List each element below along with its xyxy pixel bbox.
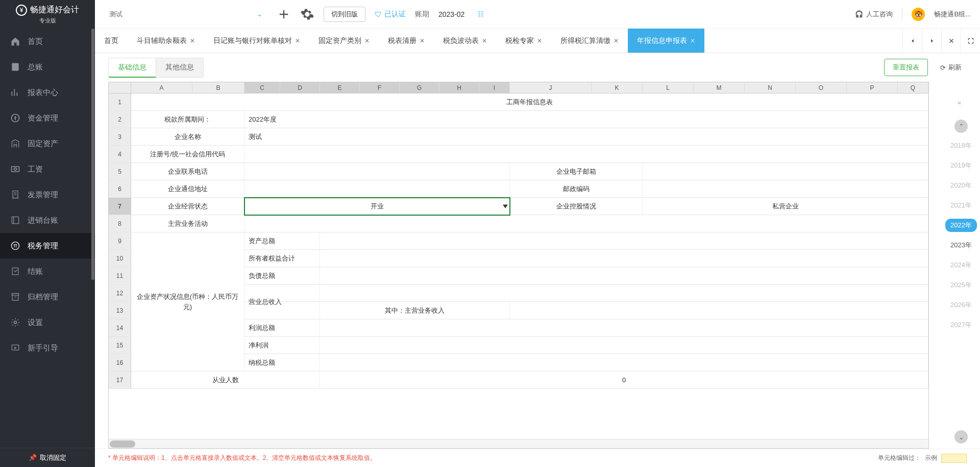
close-icon[interactable]: ✕ bbox=[614, 37, 619, 44]
close-icon[interactable]: ✕ bbox=[690, 37, 695, 44]
col-header-D[interactable]: D bbox=[280, 82, 320, 93]
year-2018年[interactable]: 2018年 bbox=[945, 139, 977, 152]
status-value[interactable]: 开业 bbox=[244, 198, 510, 215]
close-icon[interactable]: ✕ bbox=[295, 37, 300, 44]
avatar[interactable]: 🐯 bbox=[912, 8, 925, 21]
tab-6[interactable]: 税检专家✕ bbox=[496, 29, 551, 53]
year-scroll-down[interactable]: ⌄ bbox=[954, 430, 968, 443]
row-header-7[interactable]: 7 bbox=[109, 198, 131, 215]
horizontal-scrollbar[interactable] bbox=[109, 439, 928, 448]
sidebar-item-5[interactable]: 工资 bbox=[0, 156, 95, 182]
close-icon[interactable]: ✕ bbox=[420, 37, 425, 44]
add-button[interactable] bbox=[277, 7, 291, 21]
value-cell[interactable] bbox=[320, 285, 928, 301]
row-header-2[interactable]: 2 bbox=[109, 111, 131, 128]
settings-icon[interactable] bbox=[300, 7, 314, 21]
year-2025年[interactable]: 2025年 bbox=[945, 278, 977, 292]
row-header-14[interactable]: 14 bbox=[109, 319, 131, 336]
tab-7[interactable]: 所得税汇算清缴✕ bbox=[551, 29, 628, 53]
value-cell[interactable] bbox=[320, 267, 928, 284]
sidebar-item-6[interactable]: 发票管理 bbox=[0, 182, 95, 207]
subtab-0[interactable]: 基础信息 bbox=[108, 58, 156, 78]
row-header-1[interactable]: 1 bbox=[109, 94, 131, 110]
reg-no-value[interactable] bbox=[244, 146, 928, 162]
old-version-button[interactable]: 切到旧版 bbox=[324, 7, 365, 22]
row-header-8[interactable]: 8 bbox=[109, 215, 131, 232]
value-cell[interactable] bbox=[320, 354, 928, 371]
col-header-E[interactable]: E bbox=[320, 82, 360, 93]
sidebar-item-11[interactable]: 设置 bbox=[0, 310, 95, 335]
tab-4[interactable]: 税表清册✕ bbox=[379, 29, 434, 53]
address-value[interactable] bbox=[244, 180, 510, 197]
value-cell[interactable] bbox=[320, 337, 928, 354]
tab-2[interactable]: 日记账与银行对账单核对✕ bbox=[204, 29, 309, 53]
year-2022年[interactable]: 2022年 bbox=[945, 219, 977, 232]
col-header-G[interactable]: G bbox=[400, 82, 439, 93]
tab-3[interactable]: 固定资产类别✕ bbox=[309, 29, 379, 53]
value-cell[interactable] bbox=[320, 232, 928, 249]
row-header-16[interactable]: 16 bbox=[109, 354, 131, 371]
subtab-1[interactable]: 其他信息 bbox=[156, 58, 204, 78]
year-2024年[interactable]: 2024年 bbox=[945, 259, 977, 272]
year-2019年[interactable]: 2019年 bbox=[945, 159, 977, 172]
row-header-17[interactable]: 17 bbox=[109, 371, 131, 388]
tab-close-all[interactable] bbox=[941, 29, 961, 53]
support-button[interactable]: 🎧 人工咨询 bbox=[855, 10, 893, 19]
year-2026年[interactable]: 2026年 bbox=[945, 298, 977, 312]
row-header-6[interactable]: 6 bbox=[109, 180, 131, 197]
tab-0[interactable]: 首页 bbox=[95, 29, 128, 53]
col-header-K[interactable]: K bbox=[592, 82, 643, 93]
sidebar-item-0[interactable]: 首页 bbox=[0, 29, 95, 54]
sidebar-scrollbar[interactable] bbox=[91, 29, 95, 448]
value-cell[interactable] bbox=[320, 250, 928, 267]
year-2021年[interactable]: 2021年 bbox=[945, 199, 977, 212]
col-header-J[interactable]: J bbox=[510, 82, 592, 93]
company-select[interactable]: 测试 ⌄ bbox=[104, 6, 267, 23]
year-2023年[interactable]: 2023年 bbox=[945, 239, 977, 252]
sidebar-item-8[interactable]: 税务管理 bbox=[0, 233, 95, 259]
col-header-Q[interactable]: Q bbox=[898, 82, 928, 93]
value-cell[interactable] bbox=[320, 319, 928, 336]
sidebar-item-9[interactable]: 结账 bbox=[0, 259, 95, 284]
col-header-I[interactable]: I bbox=[479, 82, 510, 93]
col-header-H[interactable]: H bbox=[439, 82, 479, 93]
close-icon[interactable]: ✕ bbox=[190, 37, 195, 44]
row-header-13[interactable]: 13 bbox=[109, 302, 131, 319]
phone-value[interactable] bbox=[244, 163, 510, 180]
spreadsheet[interactable]: ABCDEFGHIJKLMNOPQ 1工商年报信息表2税款所属期间：2022年度… bbox=[108, 82, 929, 449]
dropdown-icon[interactable] bbox=[503, 204, 508, 208]
period-value[interactable]: 2022年度 bbox=[244, 111, 928, 128]
row-header-5[interactable]: 5 bbox=[109, 163, 131, 180]
username[interactable]: 畅捷通B组... bbox=[934, 10, 971, 19]
holding-value[interactable]: 私营企业 bbox=[643, 198, 928, 215]
row-header-11[interactable]: 11 bbox=[109, 267, 131, 284]
col-header-O[interactable]: O bbox=[796, 82, 847, 93]
close-icon[interactable]: ✕ bbox=[537, 37, 542, 44]
value-cell[interactable] bbox=[510, 302, 928, 319]
select-all-corner[interactable] bbox=[109, 82, 131, 93]
row-header-12[interactable]: 12 bbox=[109, 285, 131, 301]
calendar-icon[interactable]: ☷ bbox=[474, 7, 488, 21]
tab-8[interactable]: 年报信息申报表✕ bbox=[628, 29, 704, 53]
close-icon[interactable]: ✕ bbox=[482, 37, 487, 44]
col-header-N[interactable]: N bbox=[745, 82, 796, 93]
email-value[interactable] bbox=[643, 163, 928, 180]
col-header-F[interactable]: F bbox=[360, 82, 400, 93]
col-header-L[interactable]: L bbox=[643, 82, 694, 93]
sidebar-item-3[interactable]: 资金管理 bbox=[0, 105, 95, 131]
tab-5[interactable]: 税负波动表✕ bbox=[434, 29, 496, 53]
sidebar-item-12[interactable]: 新手引导 bbox=[0, 335, 95, 361]
col-header-B[interactable]: B bbox=[192, 82, 244, 93]
tab-scroll-right[interactable] bbox=[922, 29, 941, 53]
sidebar-item-10[interactable]: 归档管理 bbox=[0, 284, 95, 310]
row-header-9[interactable]: 9 bbox=[109, 232, 131, 249]
year-scroll-up[interactable]: ⌃ bbox=[954, 120, 968, 133]
row-header-4[interactable]: 4 bbox=[109, 146, 131, 162]
refresh-button[interactable]: ⟳ 刷新 bbox=[935, 59, 967, 76]
postcode-value[interactable] bbox=[643, 180, 928, 197]
year-2027年[interactable]: 2027年 bbox=[945, 318, 977, 332]
sidebar-item-7[interactable]: 进销台账 bbox=[0, 207, 95, 233]
sidebar-item-2[interactable]: 报表中心 bbox=[0, 80, 95, 105]
company-name-value[interactable]: 测试 bbox=[244, 128, 928, 145]
row-header-10[interactable]: 10 bbox=[109, 250, 131, 267]
